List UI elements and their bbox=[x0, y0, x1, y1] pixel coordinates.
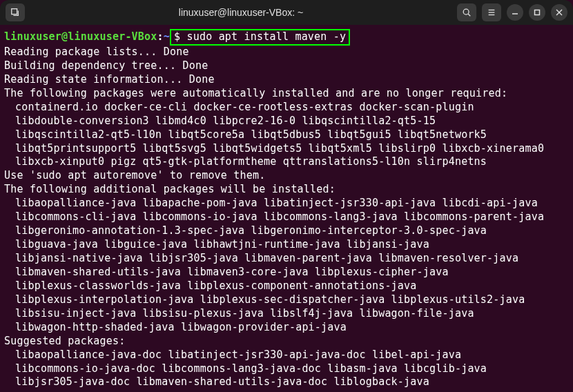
output-line: The following packages were automaticall… bbox=[4, 87, 569, 101]
output-line: libwagon-http-shaded-java libwagon-provi… bbox=[4, 321, 569, 335]
maximize-icon bbox=[534, 9, 541, 16]
titlebar: linuxuser@linuxuser-VBox: ~ bbox=[0, 0, 573, 25]
output-line: libjsr305-java-doc libmaven-shared-utils… bbox=[4, 375, 569, 389]
output-line: libsisu-inject-java libsisu-plexus-java … bbox=[4, 307, 569, 321]
output-line: Use 'sudo apt autoremove' to remove them… bbox=[4, 169, 569, 183]
prompt-separator: : bbox=[157, 30, 164, 43]
output-line: libaopalliance-java-doc libatinject-jsr3… bbox=[4, 349, 569, 362]
output-line: libqscintilla2-qt5-l10n libqt5core5a lib… bbox=[4, 128, 569, 142]
prompt-dollar: $ bbox=[174, 30, 186, 43]
output-line: Building dependency tree... Done bbox=[4, 59, 569, 73]
command-text: sudo apt install maven -y bbox=[186, 30, 346, 43]
svg-rect-0 bbox=[12, 9, 17, 14]
output-line: libplexus-classworlds-java libplexus-com… bbox=[4, 280, 569, 293]
window-title: linuxuser@linuxuser-VBox: ~ bbox=[29, 7, 453, 18]
output-line: libdouble-conversion3 libmd4c0 libpcre2-… bbox=[4, 115, 569, 128]
output-line: Reading package lists... Done bbox=[4, 46, 569, 59]
svg-line-2 bbox=[468, 14, 470, 16]
output-container: Reading package lists... DoneBuilding de… bbox=[4, 46, 569, 389]
output-line: containerd.io docker-ce-cli docker-ce-ro… bbox=[4, 101, 569, 115]
new-tab-button[interactable] bbox=[6, 3, 25, 21]
output-line: libjansi-native-java libjsr305-java libm… bbox=[4, 252, 569, 266]
new-tab-icon bbox=[10, 8, 20, 17]
search-icon bbox=[462, 8, 472, 17]
output-line: libguava-java libguice-java libhawtjni-r… bbox=[4, 238, 569, 252]
output-line: libqt5printsupport5 libqt5svg5 libqt5wid… bbox=[4, 142, 569, 156]
svg-rect-7 bbox=[535, 10, 540, 15]
minimize-icon bbox=[512, 9, 518, 16]
output-line: The following additional packages will b… bbox=[4, 183, 569, 197]
search-button[interactable] bbox=[457, 3, 476, 21]
titlebar-right bbox=[457, 3, 567, 21]
svg-point-1 bbox=[463, 9, 469, 14]
maximize-button[interactable] bbox=[529, 4, 545, 21]
menu-button[interactable] bbox=[482, 3, 501, 21]
output-line: libaopalliance-java libapache-pom-java l… bbox=[4, 197, 569, 210]
command-highlight-box: $ sudo apt install maven -y bbox=[170, 29, 350, 46]
output-line: libgeronimo-annotation-1.3-spec-java lib… bbox=[4, 224, 569, 238]
close-icon bbox=[556, 9, 563, 16]
output-line: libxcb-xinput0 pigz qt5-gtk-platformthem… bbox=[4, 155, 569, 169]
output-line: Reading state information... Done bbox=[4, 73, 569, 87]
prompt-path: ~ bbox=[164, 30, 170, 43]
output-line: libcommons-io-java-doc libcommons-lang3-… bbox=[4, 362, 569, 376]
output-line: libplexus-interpolation-java libplexus-s… bbox=[4, 293, 569, 307]
terminal-area[interactable]: linuxuser@linuxuser-VBox:~$ sudo apt ins… bbox=[0, 25, 573, 392]
close-button[interactable] bbox=[551, 4, 567, 21]
hamburger-icon bbox=[487, 8, 496, 17]
output-line: Suggested packages: bbox=[4, 335, 569, 349]
prompt-line: linuxuser@linuxuser-VBox:~$ sudo apt ins… bbox=[4, 29, 569, 46]
titlebar-left bbox=[6, 3, 25, 21]
output-line: libcommons-cli-java libcommons-io-java l… bbox=[4, 210, 569, 224]
prompt-user-host: linuxuser@linuxuser-VBox bbox=[4, 30, 157, 43]
minimize-button[interactable] bbox=[507, 4, 523, 21]
output-line: libmaven-shared-utils-java libmaven3-cor… bbox=[4, 266, 569, 280]
